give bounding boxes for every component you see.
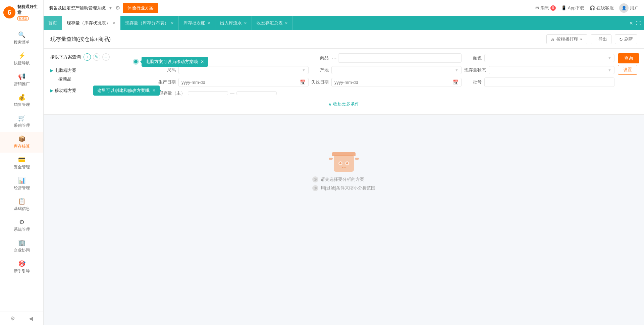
- filter-row1-col3: 颜色 ▼: [464, 54, 614, 62]
- sidebar-item-quick-nav[interactable]: ⚡ 快捷导航: [0, 49, 43, 69]
- origin-label: 产地: [311, 67, 329, 73]
- size-select[interactable]: ▼: [178, 66, 309, 74]
- print-dropdown-icon: ▼: [580, 38, 583, 41]
- sidebar-item-enterprise[interactable]: 🏢 企业协同: [0, 236, 43, 257]
- tab-inout-flow-label: 出入库流水: [220, 20, 242, 26]
- filter-row2-col3: 现存量状态 ▼: [464, 66, 614, 74]
- search-button[interactable]: 查询: [618, 53, 639, 63]
- tab-close-all-icon[interactable]: ✕: [629, 20, 633, 26]
- scheme-item-desktop[interactable]: ▶ 电脑端方案: [50, 66, 150, 75]
- tab-receive-summary[interactable]: 收发存汇总表 ✕: [252, 16, 293, 30]
- filter-row3-col1: 生产日期 📅: [158, 78, 309, 87]
- edit-scheme-button[interactable]: ✎: [93, 53, 100, 61]
- scheme-child-item[interactable]: 按商品: [57, 75, 150, 84]
- quick-nav-icon: ⚡: [18, 52, 25, 59]
- print-icon: 🖨: [551, 37, 555, 42]
- sidebar-item-sales[interactable]: 💰 销售管理: [0, 90, 43, 111]
- batch-input[interactable]: [484, 77, 614, 87]
- desktop-expand-icon: ▶: [50, 68, 53, 73]
- settings-footer-icon[interactable]: ⚙: [10, 315, 15, 322]
- support-label: 在线客服: [596, 5, 614, 11]
- tip-num-2: ②: [312, 185, 318, 191]
- tab-expand-icon[interactable]: ⛶: [636, 20, 641, 26]
- expire-date-label: 失效日期: [311, 79, 329, 85]
- stock-main-to[interactable]: [236, 91, 277, 95]
- tooltip2-close[interactable]: ✕: [152, 88, 156, 93]
- tooltip2-text: 这里可以创建和修改方案哦: [97, 88, 150, 94]
- tab-inout-flow[interactable]: 出入库流水 ✕: [215, 16, 252, 30]
- search-buttons: 查询 设置: [614, 53, 637, 98]
- message-button[interactable]: ✉ 消息 8: [535, 5, 556, 11]
- user-label: 用户: [630, 5, 639, 11]
- stock-status-select[interactable]: ▼: [489, 66, 614, 74]
- sidebar-item-newbie[interactable]: 🎯 新手引导: [0, 257, 43, 277]
- page-header: 现存量查询(按仓库+商品) 🖨 按模板打印 ▼ ↑ 导出 ↻ 刷新: [44, 30, 644, 49]
- goods-dots[interactable]: ⋯: [331, 55, 337, 61]
- tab-inout-flow-close[interactable]: ✕: [244, 21, 247, 25]
- topbar-dropdown-icon[interactable]: ▼: [108, 5, 113, 10]
- sidebar-item-inventory[interactable]: 📦 库存核算: [0, 132, 43, 153]
- origin-select[interactable]: ▼: [331, 66, 462, 74]
- try-industry-button[interactable]: 体验行业方案: [123, 3, 158, 13]
- expire-date-input-wrapper[interactable]: 📅: [331, 78, 462, 87]
- collapse-sidebar-icon[interactable]: ◀: [29, 315, 33, 322]
- app-download-label: App下载: [568, 5, 584, 11]
- expire-date-input[interactable]: [332, 78, 450, 87]
- sidebar-item-label: 采购管理: [14, 123, 30, 128]
- sidebar-item-purchase[interactable]: 🛒 采购管理: [0, 111, 43, 132]
- tab-batch-ledger-close[interactable]: ✕: [207, 21, 210, 25]
- system-icon: ⚙: [19, 218, 24, 226]
- tab-batch-ledger[interactable]: 库存批次账 ✕: [179, 16, 215, 30]
- batch-label: 批号: [464, 79, 482, 85]
- stock-main-from[interactable]: [188, 91, 228, 95]
- online-support-button[interactable]: 🎧 在线客服: [590, 5, 614, 11]
- message-badge: 8: [550, 5, 556, 11]
- sidebar-item-label: 销售管理: [14, 102, 30, 108]
- filter-row2-col1: 尺码 ▼: [158, 66, 309, 74]
- tab-inventory-status-close[interactable]: ✕: [112, 21, 115, 25]
- back-scheme-button[interactable]: ←: [102, 53, 110, 61]
- refresh-button[interactable]: ↻ 刷新: [615, 34, 637, 44]
- topbar-settings-icon[interactable]: ⚙: [115, 5, 120, 11]
- add-scheme-button[interactable]: +: [84, 53, 91, 61]
- tab-inventory-status[interactable]: 现存量（库存状况表） ✕: [62, 16, 120, 30]
- svg-point-4: [339, 162, 341, 164]
- filter-row2-col2: 产地 ▼: [311, 66, 462, 74]
- sidebar-item-marketing[interactable]: 📢 营销推广: [0, 69, 43, 90]
- filter-header: 按以下方案查询 + ✎ ←: [50, 53, 150, 61]
- scheme-children-desktop: 按商品: [50, 75, 150, 84]
- settings-button[interactable]: 设置: [618, 65, 637, 75]
- sidebar-item-label: 营销推广: [14, 81, 30, 87]
- empty-state: ① 请先选择要分析的方案 ② 用[过滤]条件来缩小分析范围: [44, 115, 644, 219]
- tab-inventory-dist[interactable]: 现存量（库存分布表） ✕: [120, 16, 179, 30]
- filter-actions: + ✎ ←: [84, 53, 110, 61]
- produce-date-input-wrapper[interactable]: 📅: [178, 78, 309, 87]
- sidebar-item-finance[interactable]: 💳 资金管理: [0, 153, 43, 173]
- refresh-label: 刷新: [624, 36, 633, 42]
- goods-input[interactable]: [338, 53, 462, 63]
- svg-rect-0: [334, 155, 354, 172]
- sidebar-item-search-menu[interactable]: 🔍 搜索菜单: [0, 28, 43, 49]
- app-download-button[interactable]: 📱 App下载: [561, 5, 584, 11]
- export-button[interactable]: ↑ 导出: [591, 34, 612, 44]
- tab-receive-summary-close[interactable]: ✕: [285, 21, 288, 25]
- tab-home[interactable]: 首页: [44, 16, 62, 30]
- empty-tip-2: 用[过滤]条件来缩小分析范围: [321, 185, 375, 191]
- color-select[interactable]: ▼: [484, 54, 614, 62]
- tab-inventory-dist-label: 现存量（库存分布表）: [125, 20, 169, 26]
- collapse-filter-button[interactable]: ∧ 收起更多条件: [50, 98, 637, 110]
- tabbar: 首页 现存量（库存状况表） ✕ 现存量（库存分布表） ✕ 库存批次账 ✕ 出入库…: [44, 16, 644, 30]
- sidebar-item-operations[interactable]: 📊 经营管理: [0, 173, 43, 194]
- filter-section: 按以下方案查询 + ✎ ← ▶ 电脑端方案: [44, 49, 644, 115]
- produce-date-input[interactable]: [179, 78, 297, 87]
- sidebar-item-basic-info[interactable]: 📋 基础信息: [0, 194, 43, 215]
- user-profile[interactable]: 👤 用户: [619, 3, 639, 13]
- tab-inventory-dist-close[interactable]: ✕: [171, 21, 174, 25]
- print-template-button[interactable]: 🖨 按模板打印 ▼: [546, 34, 587, 44]
- tooltip1-close[interactable]: ✕: [201, 59, 204, 64]
- stock-main-dash: —: [230, 91, 234, 96]
- empty-tips: ① 请先选择要分析的方案 ② 用[过滤]条件来缩小分析范围: [312, 175, 376, 193]
- sidebar-item-system[interactable]: ⚙ 系统管理: [0, 215, 43, 236]
- page-title: 现存量查询(按仓库+商品): [50, 36, 111, 43]
- finance-icon: 💳: [18, 156, 25, 163]
